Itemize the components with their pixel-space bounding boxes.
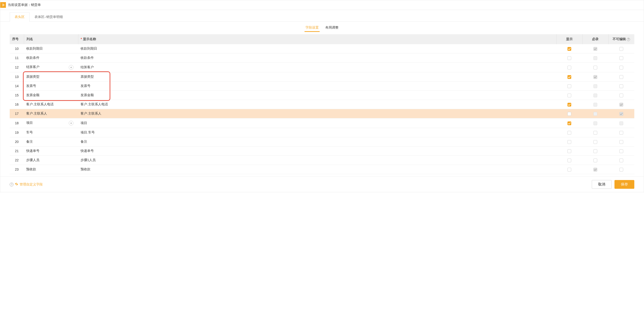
row-required-cell xyxy=(582,165,608,174)
cancel-button[interactable]: 取消 xyxy=(592,180,612,189)
table-row: 20备注备注 xyxy=(10,137,634,146)
readonly-checkbox[interactable] xyxy=(620,168,623,172)
help-icon[interactable]: ? xyxy=(627,38,630,41)
row-required-cell xyxy=(582,72,608,82)
row-display-name[interactable]: 发票金额 xyxy=(78,91,556,100)
readonly-checkbox[interactable] xyxy=(620,94,623,97)
row-required-cell xyxy=(582,82,608,91)
table-row: 18项目+项目 xyxy=(10,118,634,128)
show-checkbox[interactable] xyxy=(568,131,571,135)
save-button[interactable]: 保存 xyxy=(614,180,634,189)
add-subfield-button[interactable]: + xyxy=(69,65,74,70)
tab-1[interactable]: 表体区–销货单明细 xyxy=(30,12,68,22)
row-seq: 18 xyxy=(10,118,24,128)
row-display-name[interactable]: 快递单号 xyxy=(78,146,556,156)
row-display-name[interactable]: 预收款 xyxy=(78,165,556,174)
row-name: 车号 xyxy=(24,128,78,137)
row-name-text: 客户.主联系人 xyxy=(26,112,47,115)
row-name-text: 项目 xyxy=(26,121,33,124)
row-name: 快递单号 xyxy=(24,146,78,156)
readonly-checkbox[interactable] xyxy=(620,84,623,88)
required-checkbox[interactable] xyxy=(594,140,597,144)
row-name-text: 结算客户 xyxy=(26,65,40,69)
show-checkbox[interactable] xyxy=(568,168,571,172)
row-display-name[interactable]: 备注 xyxy=(78,137,556,146)
manage-custom-fields-link[interactable]: 管理自定义字段 xyxy=(20,182,43,187)
readonly-checkbox[interactable] xyxy=(620,56,623,60)
row-readonly-cell xyxy=(608,146,634,156)
col-header-name: 列名 xyxy=(24,34,78,44)
show-checkbox[interactable] xyxy=(568,140,571,144)
row-required-cell xyxy=(582,146,608,156)
table-row: 14发票号发票号 xyxy=(10,82,634,91)
row-seq: 19 xyxy=(10,128,24,137)
header-title-value: 销货单 xyxy=(31,3,41,7)
show-checkbox[interactable] xyxy=(568,84,571,88)
required-checkbox[interactable] xyxy=(594,66,597,70)
table-container: 序号 列名 *显示名称 显示 必录 不可编辑? 10收款到期日收款到期日11收款… xyxy=(10,34,634,174)
show-checkbox[interactable] xyxy=(568,75,571,79)
row-name: 客户.主联系人 xyxy=(24,109,78,118)
show-checkbox[interactable] xyxy=(568,47,571,51)
required-checkbox xyxy=(594,56,597,60)
readonly-checkbox[interactable] xyxy=(620,47,623,51)
row-required-cell xyxy=(582,91,608,100)
required-checkbox xyxy=(594,112,597,116)
row-name: 发票金额 xyxy=(24,91,78,100)
row-name-text: 步骤人员 xyxy=(26,158,40,162)
show-checkbox[interactable] xyxy=(568,122,571,125)
readonly-checkbox[interactable] xyxy=(620,140,623,144)
row-display-name[interactable]: 客户.主联系人 xyxy=(78,109,556,118)
show-checkbox[interactable] xyxy=(568,158,571,162)
add-subfield-button[interactable]: + xyxy=(69,121,74,126)
row-readonly-cell xyxy=(608,118,634,128)
row-readonly-cell xyxy=(608,72,634,82)
row-readonly-cell xyxy=(608,165,634,174)
row-display-name[interactable]: 结算客户 xyxy=(78,62,556,72)
subtab-1[interactable]: 布局调整 xyxy=(324,24,340,32)
show-checkbox[interactable] xyxy=(568,103,571,106)
row-display-name[interactable]: 收款到期日 xyxy=(78,44,556,54)
show-checkbox[interactable] xyxy=(568,66,571,70)
row-display-name[interactable]: 项目 xyxy=(78,118,556,128)
subtab-0[interactable]: 字段设置 xyxy=(304,24,320,32)
row-display-name[interactable]: 发票号 xyxy=(78,82,556,91)
row-display-name[interactable]: 票据类型 xyxy=(78,72,556,82)
readonly-checkbox[interactable] xyxy=(620,131,623,135)
gear-icon xyxy=(15,182,18,186)
row-show-cell xyxy=(556,100,582,109)
show-checkbox[interactable] xyxy=(568,149,571,153)
table-row: 16客户.主联系人电话客户.主联系人电话 xyxy=(10,100,634,109)
readonly-checkbox[interactable] xyxy=(620,149,623,153)
row-name-text: 车号 xyxy=(26,130,33,134)
required-checkbox[interactable] xyxy=(594,158,597,162)
row-seq: 21 xyxy=(10,146,24,156)
row-display-name[interactable]: 客户.主联系人电话 xyxy=(78,100,556,109)
expand-toggle[interactable] xyxy=(0,2,6,8)
row-readonly-cell xyxy=(608,44,634,54)
show-checkbox[interactable] xyxy=(568,56,571,60)
row-name-text: 客户.主联系人电话 xyxy=(26,102,54,106)
row-display-name[interactable]: 步骤1人员 xyxy=(78,156,556,165)
row-required-cell xyxy=(582,44,608,54)
row-readonly-cell xyxy=(608,54,634,62)
readonly-checkbox[interactable] xyxy=(620,66,623,70)
help-icon[interactable]: ? xyxy=(10,183,14,186)
table-row: 12结算客户+结算客户 xyxy=(10,62,634,72)
footer: ? 管理自定义字段 取消 保存 xyxy=(0,176,644,192)
required-checkbox[interactable] xyxy=(594,149,597,153)
show-checkbox[interactable] xyxy=(568,94,571,97)
row-display-name[interactable]: 收款条件 xyxy=(78,54,556,62)
row-show-cell xyxy=(556,62,582,72)
show-checkbox[interactable] xyxy=(568,112,571,116)
readonly-checkbox[interactable] xyxy=(620,75,623,79)
row-display-name[interactable]: 项目.车号 xyxy=(78,128,556,137)
required-checkbox[interactable] xyxy=(594,131,597,135)
row-show-cell xyxy=(556,128,582,137)
tab-0[interactable]: 表头区 xyxy=(10,12,30,22)
fields-table: 序号 列名 *显示名称 显示 必录 不可编辑? 10收款到期日收款到期日11收款… xyxy=(10,34,634,174)
row-show-cell xyxy=(556,165,582,174)
readonly-checkbox[interactable] xyxy=(620,158,623,162)
row-show-cell xyxy=(556,91,582,100)
required-checkbox xyxy=(594,84,597,88)
